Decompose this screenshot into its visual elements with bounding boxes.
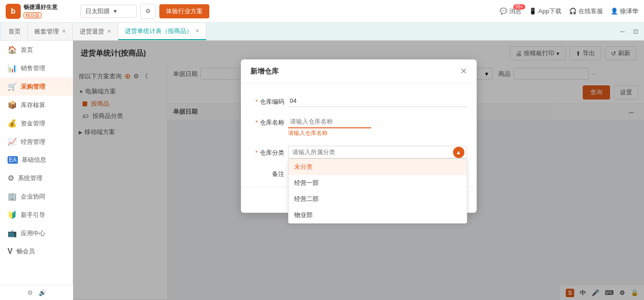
settings-footer-icon[interactable]: ⚙	[27, 289, 33, 296]
main-layout: 🏠 首页 📊 销售管理 🛒 采购管理 📦 库存核算 💰 资金管理 📈 经营管理 …	[0, 41, 644, 300]
user-icon: 👤	[611, 8, 618, 15]
accounts-tab-label: 账套管理	[34, 27, 59, 36]
dropdown-item-none[interactable]: 未分类	[289, 159, 467, 175]
store-name: 日太阳膜	[85, 7, 110, 16]
sidebar-item-inventory[interactable]: 📦 库存核算	[0, 96, 73, 114]
app-label: App下载	[538, 7, 561, 16]
message-badge: 99+	[513, 4, 525, 9]
sidebar-item-guide[interactable]: 🔰 新手引导	[0, 206, 73, 224]
category-field-row: * 仓库分类 ▲ 未分类 经营一部 经营二部	[250, 146, 467, 158]
sidebar-home-label: 首页	[21, 46, 33, 54]
gear-icon: ⚙	[145, 8, 151, 15]
purchase-icon: 🛒	[8, 82, 17, 91]
code-field	[288, 95, 467, 107]
store-selector[interactable]: 日太阳膜 ▾	[80, 5, 137, 18]
content-area: 进货单统计(按商品) 🖨 按模板打印 ▾ ⬆ 导出 ↺ 刷新	[73, 41, 644, 300]
operations-icon: 📈	[8, 137, 17, 146]
system-icon: ⚙	[8, 174, 14, 183]
sidebar-apps-label: 应用中心	[21, 229, 45, 238]
sidebar: 🏠 首页 📊 销售管理 🛒 采购管理 📦 库存核算 💰 资金管理 📈 经营管理 …	[0, 41, 73, 300]
enterprise-icon: 🏢	[8, 192, 17, 201]
name-label: * 仓库名称	[250, 116, 288, 127]
tab-minimize-button[interactable]: ─	[616, 25, 629, 38]
online-service-button[interactable]: 🎧 在线客服	[569, 7, 603, 16]
returns-tab-close[interactable]: ✕	[107, 28, 111, 34]
sidebar-guide-label: 新手引导	[21, 211, 45, 219]
name-input[interactable]	[288, 116, 371, 128]
apps-icon: 📺	[8, 229, 17, 238]
user-profile[interactable]: 👤 徐泽华	[611, 7, 638, 16]
sidebar-item-enterprise[interactable]: 🏢 企业协同	[0, 187, 73, 206]
modal-title: 新增仓库	[250, 67, 279, 76]
stats-tab-close[interactable]: ✕	[195, 28, 199, 34]
sidebar-item-sales[interactable]: 📊 销售管理	[0, 59, 73, 77]
category-select-wrapper: ▲ 未分类 经营一部 经营二部 物业部	[288, 146, 467, 158]
dropdown-item-property[interactable]: 物业部	[289, 207, 467, 223]
finance-icon: 💰	[8, 119, 17, 128]
modal-header: 新增仓库 ✕	[241, 59, 477, 83]
phone-icon: 📱	[529, 8, 537, 15]
message-icon: 💬	[500, 8, 507, 15]
headset-icon: 🎧	[569, 8, 577, 15]
logo-text: 畅捷通好生意 精品版	[24, 3, 58, 19]
sidebar-footer: ⚙ 🔊	[0, 285, 73, 300]
sidebar-vip-label: 畅会员	[17, 247, 35, 256]
header-right: 💬 消息 99+ 📱 App下载 🎧 在线客服 👤 徐泽华	[500, 7, 638, 16]
modal-body: * 仓库编码 * 仓库名称	[241, 83, 477, 187]
logo-icon: b	[6, 4, 21, 19]
tab-returns[interactable]: 进货退货 ✕	[73, 23, 118, 40]
category-input[interactable]	[288, 146, 467, 158]
tab-home[interactable]: 首页	[2, 23, 28, 40]
returns-tab-label: 进货退货	[80, 27, 104, 36]
sidebar-item-apps[interactable]: 📺 应用中心	[0, 224, 73, 242]
dropdown-item-ops1[interactable]: 经营一部	[289, 175, 467, 191]
modal-close-button[interactable]: ✕	[460, 66, 467, 76]
dropdown-item-ops2[interactable]: 经营二部	[289, 191, 467, 207]
tab-actions: ─ ⊡	[616, 25, 642, 38]
sidebar-system-label: 系统管理	[18, 174, 42, 183]
sidebar-item-purchase[interactable]: 🛒 采购管理	[0, 77, 73, 96]
guide-icon: 🔰	[8, 210, 17, 219]
sidebar-item-home[interactable]: 🏠 首页	[0, 41, 73, 59]
modal-overlay: 新增仓库 ✕ * 仓库编码	[73, 41, 644, 300]
app-download-button[interactable]: 📱 App下载	[529, 7, 561, 16]
tab-maximize-button[interactable]: ⊡	[629, 25, 642, 38]
category-label: * 仓库分类	[250, 146, 288, 157]
code-label: * 仓库编码	[250, 95, 288, 106]
add-warehouse-modal: 新增仓库 ✕ * 仓库编码	[241, 59, 477, 213]
name-error-msg: 请输入仓库名称	[288, 129, 328, 137]
sidebar-purchase-label: 采购管理	[21, 83, 45, 91]
inventory-icon: 📦	[8, 100, 17, 109]
sidebar-item-vip[interactable]: V 畅会员	[0, 242, 73, 260]
sidebar-basic-label: 基础信息	[22, 156, 46, 164]
category-dropdown: 未分类 经营一部 经营二部 物业部	[288, 158, 467, 224]
tab-accounts[interactable]: 账套管理 ✕	[28, 23, 73, 40]
sidebar-operations-label: 经营管理	[21, 138, 45, 146]
name-field-row: * 仓库名称 请输入仓库名称	[250, 116, 467, 137]
code-field-row: * 仓库编码	[250, 95, 467, 107]
tab-bar: 首页 账套管理 ✕ 进货退货 ✕ 进货单统计表（按商品） ✕ ─ ⊡	[0, 23, 644, 41]
vip-icon: V	[8, 247, 13, 256]
name-field	[288, 116, 371, 128]
sidebar-inventory-label: 库存核算	[21, 101, 45, 109]
logo-badge: 精品版	[24, 12, 41, 18]
category-arrow-button[interactable]: ▲	[453, 147, 464, 158]
sales-icon: 📊	[8, 64, 17, 73]
message-button[interactable]: 💬 消息 99+	[500, 7, 521, 16]
volume-icon[interactable]: 🔊	[39, 289, 46, 296]
sidebar-item-basic[interactable]: EA 基础信息	[0, 151, 73, 169]
tab-stats[interactable]: 进货单统计表（按商品） ✕	[118, 23, 206, 40]
sidebar-finance-label: 资金管理	[21, 119, 45, 128]
accounts-tab-close[interactable]: ✕	[62, 28, 66, 34]
sidebar-item-finance[interactable]: 💰 资金管理	[0, 114, 73, 133]
basic-icon: EA	[8, 156, 18, 164]
code-input[interactable]	[288, 95, 467, 107]
service-label: 在线客服	[578, 7, 603, 16]
sidebar-item-operations[interactable]: 📈 经营管理	[0, 133, 73, 151]
settings-button[interactable]: ⚙	[140, 4, 156, 19]
sidebar-enterprise-label: 企业协同	[21, 192, 45, 201]
try-industry-button[interactable]: 体验行业方案	[159, 4, 209, 18]
home-icon: 🏠	[8, 45, 17, 54]
sidebar-item-system[interactable]: ⚙ 系统管理	[0, 169, 73, 187]
category-field: ▲ 未分类 经营一部 经营二部 物业部	[288, 146, 467, 158]
